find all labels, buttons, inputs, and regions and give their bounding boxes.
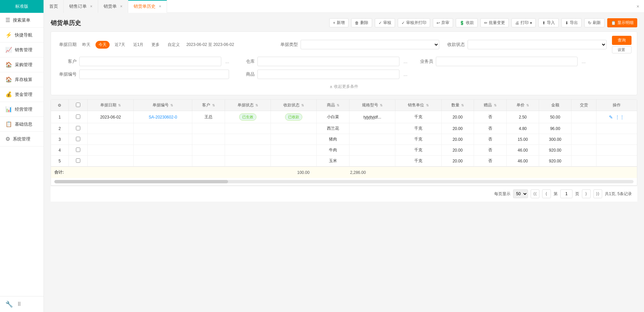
last-page-button[interactable]: ⟩⟩ bbox=[593, 189, 602, 198]
col-doc-no[interactable]: 单据编号 ⇅ bbox=[134, 100, 192, 111]
doc-no-input[interactable] bbox=[79, 70, 229, 79]
cell-checkbox[interactable] bbox=[68, 145, 87, 156]
row-checkbox[interactable] bbox=[76, 126, 80, 130]
edit-icon[interactable]: ✎ bbox=[609, 114, 613, 120]
doc-type-select[interactable] bbox=[301, 40, 440, 49]
col-payment-status[interactable]: 收款状态 ⇅ bbox=[271, 100, 317, 111]
sidebar-item-base-info[interactable]: 📋 基础信息 bbox=[0, 117, 44, 132]
cell-action[interactable]: ✎⋮⋮ bbox=[596, 111, 637, 123]
collect-button[interactable]: 💲 收款 bbox=[456, 18, 478, 27]
cell-action[interactable] bbox=[596, 134, 637, 145]
next-page-button[interactable]: ⟩ bbox=[582, 189, 591, 198]
date-tag-7days[interactable]: 近7天 bbox=[112, 41, 128, 49]
col-spec[interactable]: 规格型号 ⇅ bbox=[349, 100, 395, 111]
show-detail-button[interactable]: 📋 显示明细 bbox=[607, 18, 637, 27]
col-unit-price[interactable]: 单价 ⇅ bbox=[506, 100, 539, 111]
sidebar-item-search-menu[interactable]: ☰ 搜索菜单 bbox=[0, 13, 44, 28]
cell-checkbox[interactable] bbox=[68, 156, 87, 166]
row-checkbox[interactable] bbox=[76, 158, 80, 163]
pause-icon[interactable]: ⏸ bbox=[16, 301, 22, 308]
goods-input[interactable] bbox=[257, 70, 399, 79]
warehouse-dots[interactable]: ... bbox=[403, 59, 408, 64]
tab-home[interactable]: 首页 bbox=[44, 0, 64, 13]
scrollbar-thumb[interactable] bbox=[54, 180, 228, 183]
sidebar-item-sales-mgmt[interactable]: 📈 销售管理 bbox=[0, 43, 44, 57]
salesperson-input[interactable] bbox=[436, 57, 578, 66]
row-checkbox[interactable] bbox=[76, 137, 80, 141]
col-gift[interactable]: 赠品 ⇅ bbox=[474, 100, 507, 111]
col-doc-date[interactable]: 单据日期 ⇅ bbox=[87, 100, 133, 111]
audit-button[interactable]: ✓ 审核 bbox=[375, 18, 395, 27]
customer-input[interactable] bbox=[79, 57, 221, 66]
horizontal-scrollbar[interactable] bbox=[54, 180, 634, 183]
sidebar-item-operations-mgmt[interactable]: 📊 经营管理 bbox=[0, 102, 44, 117]
date-tag-yesterday[interactable]: 昨天 bbox=[79, 41, 93, 49]
goods-dots[interactable]: ... bbox=[403, 72, 408, 77]
cell-checkbox[interactable] bbox=[68, 134, 87, 145]
col-settings[interactable]: ⚙ bbox=[51, 100, 68, 111]
tab-sales-goods-close[interactable]: × bbox=[120, 4, 122, 9]
col-amount[interactable]: 金额 bbox=[539, 100, 571, 111]
collapse-filter-button[interactable]: ∧ 收起更多条件 bbox=[56, 82, 632, 91]
tab-sales-goods[interactable]: 销货单 × bbox=[98, 0, 128, 13]
print-button[interactable]: 🖨 打印 ▾ bbox=[511, 18, 536, 27]
delete-button[interactable]: 🗑 删除 bbox=[351, 18, 372, 27]
customer-dots[interactable]: ... bbox=[225, 59, 229, 64]
refresh-button[interactable]: ↻ 刷新 bbox=[584, 18, 605, 27]
cell-doc-no[interactable] bbox=[134, 156, 192, 166]
salesperson-dots[interactable]: ... bbox=[582, 59, 586, 64]
prev-page-button[interactable]: ⟨ bbox=[542, 189, 551, 198]
tab-sales-history[interactable]: 销货单历史 × bbox=[128, 0, 167, 13]
first-page-button[interactable]: ⟨⟨ bbox=[531, 189, 539, 198]
more-actions-icon[interactable]: ⋮⋮ bbox=[615, 114, 624, 120]
col-quantity[interactable]: 数量 ⇅ bbox=[441, 100, 474, 111]
settings-icon[interactable]: 🔧 bbox=[5, 301, 13, 308]
cell-doc-no[interactable] bbox=[134, 123, 192, 134]
audit-print-button[interactable]: ✓ 审核并打印 bbox=[398, 18, 430, 27]
col-customer[interactable]: 客户 ⇅ bbox=[192, 100, 225, 111]
sidebar-item-system-mgmt[interactable]: ⚙ 系统管理 bbox=[0, 132, 44, 147]
row-checkbox[interactable] bbox=[76, 114, 80, 119]
settings-filter-button[interactable]: 设置 bbox=[612, 46, 632, 53]
add-button[interactable]: + 新增 bbox=[329, 18, 348, 27]
date-tag-1month[interactable]: 近1月 bbox=[130, 41, 147, 49]
cell-doc-no[interactable]: SA-20230602-0 bbox=[134, 111, 192, 123]
date-tag-more[interactable]: 更多 bbox=[148, 41, 163, 49]
cell-doc-no[interactable] bbox=[134, 145, 192, 156]
batch-change-button[interactable]: ✏ 批量变更 bbox=[480, 18, 509, 27]
select-all-checkbox[interactable] bbox=[76, 103, 80, 107]
import-button[interactable]: ⬆ 导入 bbox=[538, 18, 559, 27]
abandon-button[interactable]: ↩ 弃审 bbox=[433, 18, 453, 27]
page-size-select[interactable]: 50 bbox=[513, 189, 528, 198]
payment-status-select[interactable] bbox=[468, 40, 607, 49]
date-tag-custom[interactable]: 自定义 bbox=[165, 41, 183, 49]
tab-sales-order[interactable]: 销售订单 × bbox=[64, 0, 98, 13]
col-sales-unit[interactable]: 销售单位 ⇅ bbox=[395, 100, 441, 111]
col-goods[interactable]: 商品 ⇅ bbox=[317, 100, 349, 111]
sidebar-item-quick-nav[interactable]: ⚡ 快捷导航 bbox=[0, 28, 44, 43]
export-button[interactable]: ⬇ 导出 bbox=[561, 18, 582, 27]
tab-sales-order-close[interactable]: × bbox=[90, 4, 92, 9]
col-checkbox[interactable] bbox=[68, 100, 87, 111]
cell-unit-price: 2.50 bbox=[506, 111, 539, 123]
finance-mgmt-icon: 💰 bbox=[5, 91, 12, 98]
cell-doc-no[interactable] bbox=[134, 134, 192, 145]
sidebar-item-finance-mgmt[interactable]: 💰 资金管理 bbox=[0, 87, 44, 102]
cell-checkbox[interactable] bbox=[68, 111, 87, 123]
cell-action[interactable] bbox=[596, 156, 637, 166]
col-doc-status[interactable]: 单据状态 ⇅ bbox=[225, 100, 271, 111]
warehouse-input[interactable] bbox=[257, 57, 399, 66]
date-tag-today[interactable]: 今天 bbox=[95, 41, 110, 49]
sidebar-item-purchase-mgmt[interactable]: 🏠 采购管理 bbox=[0, 57, 44, 72]
row-checkbox[interactable] bbox=[76, 148, 80, 152]
sidebar-item-inventory[interactable]: 🏠 库存核算 bbox=[0, 72, 44, 87]
cell-checkbox[interactable] bbox=[68, 123, 87, 134]
doc-no-link[interactable]: SA-20230602-0 bbox=[149, 115, 177, 120]
close-all-tabs[interactable]: × bbox=[632, 4, 644, 9]
tab-sales-history-close[interactable]: × bbox=[159, 4, 161, 9]
cell-action[interactable] bbox=[596, 145, 637, 156]
query-button[interactable]: 查询 bbox=[612, 36, 632, 45]
page-number-input[interactable] bbox=[560, 189, 572, 198]
table-row: 2西兰花千克20.00否4.8096.00 bbox=[51, 123, 637, 134]
cell-action[interactable] bbox=[596, 123, 637, 134]
